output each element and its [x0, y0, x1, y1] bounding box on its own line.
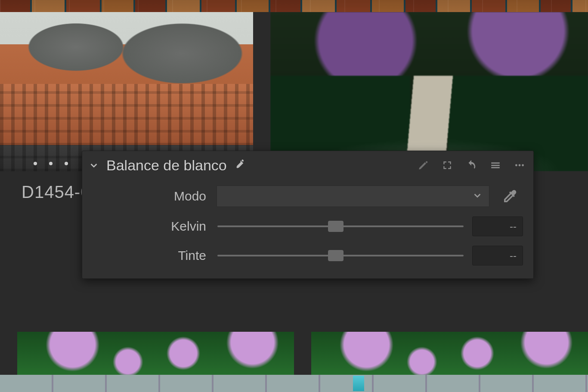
expand-icon[interactable] — [441, 159, 453, 171]
tint-slider-thumb[interactable] — [328, 250, 344, 261]
thumbnail-right — [270, 12, 588, 171]
mode-dropdown[interactable] — [217, 185, 489, 207]
thumbnail-left — [0, 12, 253, 171]
eyedropper-button[interactable] — [497, 187, 523, 205]
panel-header: Balance de blanco — [82, 151, 533, 179]
tint-value[interactable]: -- — [472, 246, 523, 265]
tint-row: Tinte -- — [82, 236, 533, 265]
image-filename: D1454-0 — [22, 182, 90, 202]
white-balance-panel: Balance de blanco Modo — [82, 151, 534, 279]
hamburger-icon[interactable] — [489, 159, 501, 171]
foliage-strip — [0, 332, 588, 375]
svg-point-2 — [522, 164, 524, 167]
svg-point-0 — [515, 164, 517, 167]
kelvin-value[interactable]: -- — [472, 216, 523, 236]
undo-icon[interactable] — [465, 159, 477, 171]
thumbnail-gap — [253, 12, 270, 171]
bottom-grey-strip — [0, 375, 588, 392]
more-icon[interactable] — [514, 159, 526, 171]
tint-label: Tinte — [93, 248, 209, 263]
brick-strip — [0, 0, 588, 12]
svg-point-1 — [519, 164, 521, 167]
kelvin-row: Kelvin -- — [82, 207, 533, 236]
mode-label: Modo — [93, 189, 209, 204]
kelvin-slider[interactable] — [217, 219, 464, 234]
panel-title: Balance de blanco — [106, 157, 227, 174]
chevron-down-icon[interactable] — [88, 160, 99, 171]
kelvin-slider-thumb[interactable] — [328, 221, 344, 232]
kelvin-label: Kelvin — [93, 219, 209, 234]
brush-icon — [234, 159, 245, 172]
pencil-icon[interactable] — [417, 159, 429, 171]
chevron-down-icon — [473, 191, 482, 202]
mode-row: Modo — [82, 179, 533, 207]
tint-slider[interactable] — [217, 248, 464, 263]
